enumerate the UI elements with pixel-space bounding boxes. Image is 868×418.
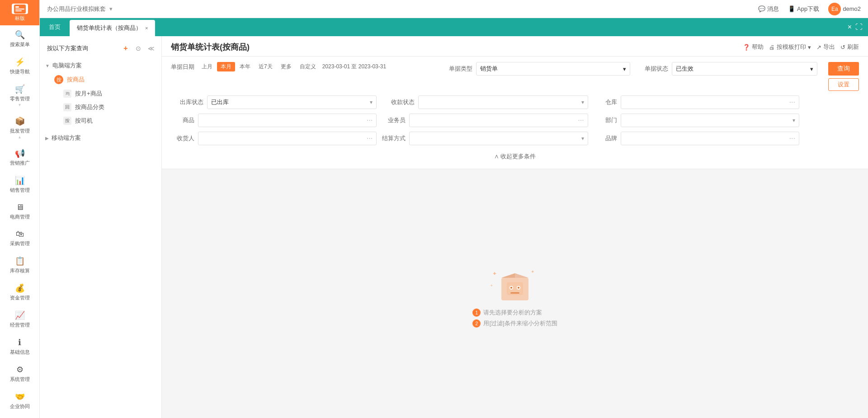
date-btn-7days[interactable]: 近7天: [255, 62, 276, 71]
export-icon: ↗: [816, 44, 821, 51]
out-status-arrow: ▾: [370, 99, 373, 105]
retail-icon: 🛒: [15, 84, 25, 94]
sidebar-item-newbie[interactable]: 🎓 新手引导: [0, 414, 39, 418]
top-bar-left: 办公用品行业模拟账套 ▾: [47, 5, 113, 13]
tree-section-pc: ▼ 电脑端方案 按 按商品 均 按月+商品 回 按商品分类 按 按司机: [40, 57, 161, 129]
help-icon: ❓: [743, 44, 750, 51]
collapse-btn[interactable]: ∧ 收起更多条件: [494, 150, 536, 163]
doc-status-filter: 单据状态 已生效 ▾: [636, 62, 817, 76]
date-btn-custom[interactable]: 自定义: [296, 62, 320, 71]
tree-sub-child-icon-2: 回: [63, 103, 71, 111]
sidebar-item-basic[interactable]: ℹ 基础信息: [0, 333, 39, 360]
sidebar-item-system[interactable]: ⚙ 系统管理: [0, 360, 39, 387]
content-area: 按以下方案查询 + ⊙ ≪ ▼ 电脑端方案 按 按商品 均 按月: [40, 36, 868, 418]
date-btn-this-month[interactable]: 本月: [217, 62, 235, 71]
sidebar-item-retail[interactable]: 🛒 零售管理 ▾: [0, 80, 39, 112]
tab-home[interactable]: 首页: [40, 18, 70, 36]
sidebar-item-ecommerce-label: 电商管理: [10, 214, 30, 220]
goods-label: 商品: [171, 116, 198, 124]
tab-close-icon[interactable]: ×: [145, 25, 148, 31]
tab-window-close-icon[interactable]: ×: [848, 23, 852, 31]
consignee-filter: 收货人 ···: [171, 132, 377, 145]
date-btn-last-month[interactable]: 上月: [198, 62, 216, 71]
tree-sub-child-by-month-goods[interactable]: 均 按月+商品: [40, 87, 161, 100]
date-options: 上月 本月 本年 近7天 更多 自定义 2023-03-01 至 2023-03…: [198, 62, 443, 71]
left-panel-title: 按以下方案查询: [47, 44, 88, 52]
sidebar-item-wholesale-label: 批发管理: [10, 128, 30, 134]
brand-select[interactable]: ···: [621, 132, 799, 145]
out-status-select[interactable]: 已出库 ▾: [207, 95, 377, 109]
main-area: 办公用品行业模拟账套 ▾ 💬 消息 📱 App下载 Ea demo2 首页 销货…: [40, 0, 868, 418]
refresh-btn[interactable]: ↺ 刷新: [840, 43, 859, 51]
goods-select[interactable]: ···: [198, 114, 377, 127]
sidebar-item-quick-nav[interactable]: ⚡ 快捷导航: [0, 52, 39, 80]
salesperson-label: 业务员: [382, 116, 409, 124]
tab-active-label: 销货单统计表（按商品）: [77, 24, 142, 32]
sidebar-item-wholesale[interactable]: 📦 批发管理 ▴: [0, 112, 39, 144]
doc-type-select[interactable]: 销货单 ▾: [476, 62, 631, 76]
sidebar-item-finance[interactable]: 💰 资金管理: [0, 279, 39, 306]
tree-sub-child-by-goods-category[interactable]: 回 按商品分类: [40, 100, 161, 114]
department-select[interactable]: ▾: [621, 114, 799, 127]
user-area[interactable]: Ea demo2: [828, 3, 861, 15]
warehouse-select[interactable]: ···: [621, 95, 799, 109]
salesperson-select[interactable]: ···: [409, 114, 588, 127]
logo-icon: [12, 4, 28, 14]
date-range: 2023-03-01 至 2023-03-31: [322, 63, 386, 71]
tab-window-max-icon[interactable]: ⛶: [855, 23, 863, 31]
hint-text-1: 请先选择要分析的方案: [483, 309, 542, 317]
svg-text:✦: ✦: [492, 271, 497, 277]
settings-button[interactable]: 设置: [828, 78, 859, 91]
sidebar-item-inventory[interactable]: 📋 库存核算: [0, 252, 39, 279]
department-arrow: ▾: [793, 117, 795, 124]
sidebar-item-purchase[interactable]: 🛍 采购管理: [0, 225, 39, 252]
doc-status-select[interactable]: 已生效 ▾: [672, 62, 817, 76]
tab-active[interactable]: 销货单统计表（按商品） ×: [70, 20, 155, 36]
payment-arrow: ▾: [581, 135, 584, 142]
message-btn[interactable]: 💬 消息: [758, 5, 779, 13]
filter-area: 单据日期 上月 本月 本年 近7天 更多 自定义 2023-03-01 至 20…: [162, 57, 868, 169]
industry-dropdown-icon[interactable]: ▾: [109, 5, 113, 12]
tree-parent-pc[interactable]: ▼ 电脑端方案: [40, 59, 161, 72]
sidebar-item-search[interactable]: 🔍 搜索菜单: [0, 25, 39, 52]
collection-status-select[interactable]: ▾: [418, 95, 588, 109]
svg-marker-6: [515, 273, 528, 278]
left-panel-settings-btn[interactable]: ⊙: [133, 43, 143, 53]
collection-status-label: 收款状态: [382, 98, 418, 106]
date-btn-this-year[interactable]: 本年: [236, 62, 254, 71]
app-download-btn[interactable]: 📱 App下载: [788, 5, 819, 13]
consignee-select[interactable]: ···: [198, 132, 377, 145]
tree-child-by-goods[interactable]: 按 按商品: [40, 72, 161, 87]
tree-sub-child-by-goods-category-label: 按商品分类: [75, 103, 104, 111]
logo-area[interactable]: 标版: [0, 0, 39, 25]
warehouse-dots: ···: [789, 98, 795, 106]
operation-icon: 📈: [15, 310, 25, 320]
sidebar-item-marketing-label: 营销推广: [10, 160, 30, 166]
collection-status-filter: 收款状态 ▾: [382, 95, 588, 109]
consignee-dots: ···: [367, 134, 373, 142]
collection-status-arrow: ▾: [581, 99, 584, 105]
query-button[interactable]: 查询: [828, 62, 859, 76]
tab-bar-actions: × ⛶: [848, 23, 868, 31]
ecommerce-icon: 🖥: [16, 203, 24, 212]
sidebar-item-sales[interactable]: 📊 销售管理: [0, 171, 39, 198]
help-label: 帮助: [752, 43, 764, 51]
sidebar-item-marketing[interactable]: 📢 营销推广: [0, 144, 39, 171]
sidebar-item-purchase-label: 采购管理: [10, 240, 30, 247]
sidebar-item-ecommerce[interactable]: 🖥 电商管理: [0, 198, 39, 225]
date-btn-more[interactable]: 更多: [277, 62, 295, 71]
tree-sub-child-by-scanner[interactable]: 按 按司机: [40, 114, 161, 128]
sidebar-item-enterprise[interactable]: 🤝 企业协同: [0, 387, 39, 414]
brand-filter: 品牌 ···: [594, 132, 799, 145]
payment-select[interactable]: ▾: [409, 132, 588, 145]
tree-section-mobile: ▶ 移动端方案: [40, 129, 161, 147]
export-btn[interactable]: ↗ 导出: [816, 43, 835, 51]
sidebar-item-operation[interactable]: 📈 经营管理: [0, 306, 39, 333]
tree-parent-mobile[interactable]: ▶ 移动端方案: [40, 131, 161, 145]
sidebar-item-retail-label: 零售管理: [10, 95, 30, 102]
print-btn[interactable]: 🖨 按模板打印 ▾: [769, 43, 811, 51]
refresh-icon: ↺: [840, 44, 845, 51]
left-panel-add-btn[interactable]: +: [121, 43, 131, 53]
help-btn[interactable]: ❓ 帮助: [743, 43, 764, 51]
left-panel-collapse-btn[interactable]: ≪: [146, 43, 156, 53]
